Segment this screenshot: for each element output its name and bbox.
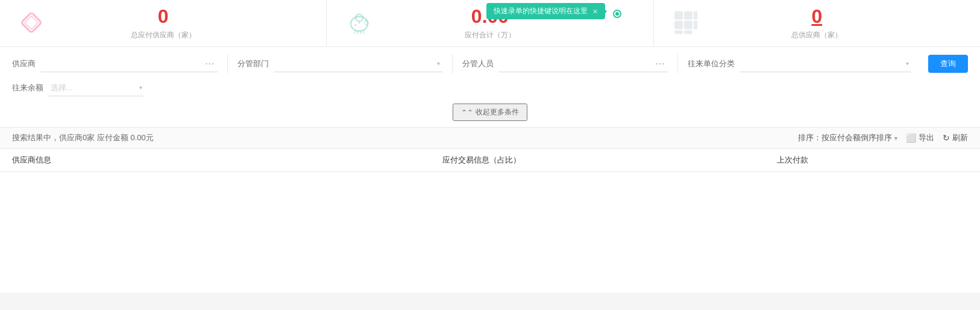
col-header-transaction: 应付交易信息（占比） xyxy=(442,155,777,166)
svg-point-5 xyxy=(355,24,357,26)
payable-suppliers-number: 0 xyxy=(158,6,169,27)
unit-class-filter-field: 往来单位分类 ▾ xyxy=(678,54,921,73)
svg-line-8 xyxy=(357,31,358,34)
tooltip-text: 快速录单的快捷键说明在这里 xyxy=(494,6,588,16)
unit-class-filter-label: 往来单位分类 xyxy=(688,58,735,69)
payable-suppliers-label: 总应付供应商（家） xyxy=(131,30,196,40)
payable-total-label: 应付合计（万） xyxy=(465,30,515,40)
filter-row-2: 往来余额 选择... ▾ xyxy=(12,79,968,96)
department-filter-label: 分管部门 xyxy=(237,58,269,69)
supplier-dots-btn[interactable]: ··· xyxy=(205,58,215,69)
svg-rect-11 xyxy=(674,11,683,19)
sort-dropdown-icon[interactable]: ▾ xyxy=(894,135,897,141)
total-suppliers-number: 0 xyxy=(811,6,822,27)
results-info: 搜索结果中，供应商0家 应付金额 0.00元 xyxy=(12,132,154,143)
table-header: 供应商信息 应付交易信息（占比） 上次付款 xyxy=(0,149,980,172)
filter-row-1: 供应商 ··· 分管部门 ▾ 分管人员 ··· 往来单位分类 xyxy=(12,54,968,73)
department-filter-field: 分管部门 ▾ xyxy=(228,54,453,73)
svg-line-10 xyxy=(363,30,364,33)
svg-rect-14 xyxy=(674,20,683,29)
col-header-lastpay: 上次付款 xyxy=(777,155,968,166)
refresh-icon: ↻ xyxy=(943,133,950,143)
stats-bar: 0 总应付供应商（家） 0.00 应付合计（万） 快速录单的快 xyxy=(0,0,980,47)
balance-filter-label: 往来余额 xyxy=(12,82,43,93)
person-input[interactable]: ··· xyxy=(498,55,668,72)
sort-label: 排序：按应付会额倒序排序 xyxy=(798,132,892,143)
balance-placeholder: 选择... xyxy=(51,82,73,93)
supplier-filter-field: 供应商 ··· xyxy=(12,54,228,73)
supplier-input[interactable]: ··· xyxy=(40,55,218,72)
stat-total-suppliers: 0 总供应商（家） xyxy=(654,0,980,46)
query-button[interactable]: 查询 xyxy=(928,55,968,73)
tooltip-close-btn[interactable]: × xyxy=(592,7,597,16)
results-actions: 排序：按应付会额倒序排序 ▾ ⬜ 导出 ↻ 刷新 xyxy=(798,132,968,143)
total-suppliers-label: 总供应商（家） xyxy=(791,30,842,40)
refresh-btn[interactable]: ↻ 刷新 xyxy=(943,132,968,143)
refresh-label: 刷新 xyxy=(952,132,968,143)
person-filter-label: 分管人员 xyxy=(462,58,494,69)
tooltip-dot xyxy=(614,11,620,17)
svg-rect-0 xyxy=(21,12,42,33)
svg-point-3 xyxy=(356,14,363,21)
collapse-row: ⌃⌃ 收起更多条件 xyxy=(12,101,968,127)
collapse-up-icon: ⌃⌃ xyxy=(461,108,473,117)
svg-line-7 xyxy=(354,30,356,33)
svg-rect-15 xyxy=(684,20,693,29)
collapse-btn-label: 收起更多条件 xyxy=(476,107,519,117)
grid-icon xyxy=(671,7,701,39)
piggy-icon xyxy=(344,7,375,40)
sort-select[interactable]: 排序：按应付会额倒序排序 ▾ xyxy=(798,132,897,143)
svg-rect-16 xyxy=(694,20,697,29)
person-filter-field: 分管人员 ··· xyxy=(453,54,678,73)
tooltip-bubble: 快速录单的快捷键说明在这里 × xyxy=(486,3,605,19)
department-dropdown-icon[interactable]: ▾ xyxy=(437,60,440,67)
person-dots-btn[interactable]: ··· xyxy=(655,58,665,69)
svg-rect-12 xyxy=(684,11,693,19)
supplier-filter-label: 供应商 xyxy=(12,58,36,69)
stat-payable-total: 0.00 应付合计（万） 快速录单的快捷键说明在这里 × xyxy=(327,0,653,46)
balance-dropdown-icon[interactable]: ▾ xyxy=(139,84,142,91)
col-header-supplier: 供应商信息 xyxy=(12,155,442,166)
balance-input[interactable]: 选择... ▾ xyxy=(48,79,145,96)
diamond-icon xyxy=(17,8,46,39)
svg-line-9 xyxy=(360,31,361,34)
balance-filter-field: 往来余额 选择... ▾ xyxy=(12,79,145,96)
results-bar: 搜索结果中，供应商0家 应付金额 0.00元 排序：按应付会额倒序排序 ▾ ⬜ … xyxy=(0,128,980,149)
table-body xyxy=(0,172,980,293)
svg-rect-17 xyxy=(674,30,683,34)
export-btn[interactable]: ⬜ 导出 xyxy=(906,132,934,143)
svg-rect-18 xyxy=(684,30,693,34)
collapse-btn[interactable]: ⌃⌃ 收起更多条件 xyxy=(453,104,527,121)
unit-class-input[interactable]: ▾ xyxy=(740,55,911,72)
filter-bar: 供应商 ··· 分管部门 ▾ 分管人员 ··· 往来单位分类 xyxy=(0,47,980,128)
stat-total-payable-suppliers: 0 总应付供应商（家） xyxy=(0,0,327,46)
export-icon: ⬜ xyxy=(906,133,916,143)
department-input[interactable]: ▾ xyxy=(274,55,443,72)
svg-rect-13 xyxy=(694,11,697,19)
export-label: 导出 xyxy=(919,132,934,143)
unit-class-dropdown-icon[interactable]: ▾ xyxy=(906,60,909,67)
